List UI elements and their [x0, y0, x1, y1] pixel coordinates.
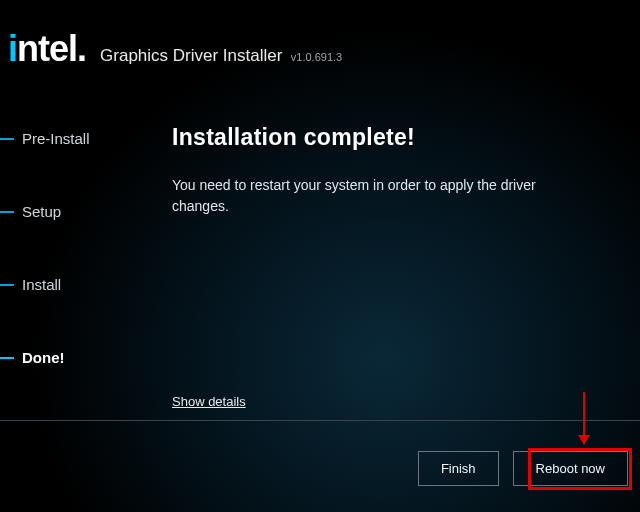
app-title: Graphics Driver Installer v1.0.691.3 — [100, 46, 342, 66]
tick-icon — [0, 211, 14, 213]
reboot-button[interactable]: Reboot now — [513, 451, 628, 486]
sidebar-item-done: Done! — [0, 349, 138, 366]
divider — [0, 420, 640, 421]
tick-icon — [0, 138, 14, 140]
intel-logo: intel — [8, 28, 86, 70]
show-details-link[interactable]: Show details — [172, 394, 246, 409]
tick-icon — [0, 284, 14, 286]
content: Pre-Install Setup Install Done! Installa… — [0, 80, 640, 428]
finish-button[interactable]: Finish — [418, 451, 499, 486]
sidebar: Pre-Install Setup Install Done! — [0, 80, 138, 428]
header: intel Graphics Driver Installer v1.0.691… — [0, 0, 640, 80]
page-title: Installation complete! — [172, 124, 620, 151]
footer: Finish Reboot now — [418, 451, 628, 486]
body-text: You need to restart your system in order… — [172, 175, 592, 217]
sidebar-item-install: Install — [0, 276, 138, 293]
details-row: Show details — [172, 392, 246, 410]
tick-icon — [0, 357, 14, 359]
sidebar-item-pre-install: Pre-Install — [0, 130, 138, 147]
main-panel: Installation complete! You need to resta… — [138, 80, 640, 428]
sidebar-item-label: Install — [22, 276, 61, 293]
sidebar-item-label: Setup — [22, 203, 61, 220]
annotation-arrow-icon — [583, 392, 585, 444]
sidebar-item-label: Done! — [22, 349, 65, 366]
sidebar-item-label: Pre-Install — [22, 130, 90, 147]
version-label: v1.0.691.3 — [291, 51, 342, 63]
sidebar-item-setup: Setup — [0, 203, 138, 220]
